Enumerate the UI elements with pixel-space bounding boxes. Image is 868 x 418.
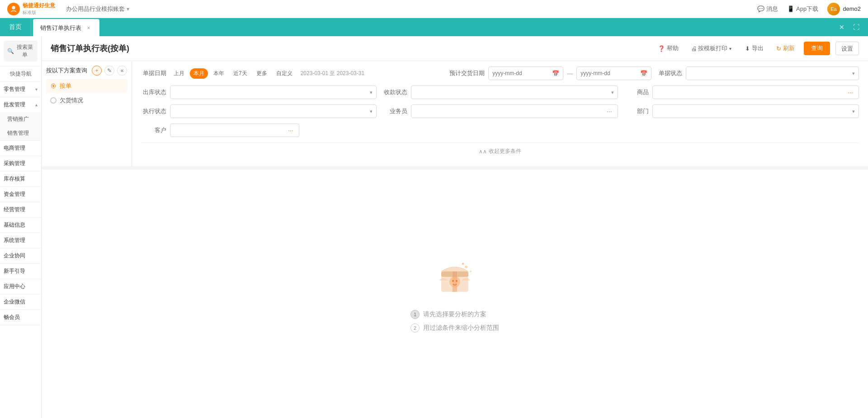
message-action[interactable]: 💬 消息 [757,5,778,13]
exec-status-select[interactable]: ▾ [170,104,377,118]
sidebar-item-marketing[interactable]: 营销推广 [0,112,41,126]
date-tab-current-year[interactable]: 本年 [210,68,228,79]
logo-line2: 标准版 [23,10,55,15]
search-button[interactable]: 查询 [804,42,830,55]
collab-label: 企业协同 [4,252,25,260]
salesperson-more-icon[interactable]: ··· [605,108,614,115]
sidebar: 🔍 搜索菜单 快捷导航 零售管理 ▾ 批发管理 ▴ 营销推广 [0,36,42,418]
guide-label: 新手引导 [4,267,25,275]
settings-button[interactable]: 设置 [835,42,859,55]
sidebar-item-guide[interactable]: 新手引导 [0,264,41,279]
print-button[interactable]: 🖨 按模板打印 ▾ [688,43,736,54]
outbound-status-field: 出库状态 ▾ [141,86,377,99]
product-more-icon[interactable]: ··· [846,89,855,96]
sidebar-item-app-center[interactable]: 应用中心 [0,279,41,294]
outbound-chevron-icon: ▾ [370,90,373,95]
exec-status-label: 执行状态 [141,107,166,115]
outbound-status-label: 出库状态 [141,88,166,96]
product-label: 商品 [623,88,649,96]
sidebar-item-system[interactable]: 系统管理 [0,233,41,248]
collapse-button[interactable]: ∧∧ 收起更多条件 [473,146,527,157]
sidebar-item-wechat[interactable]: 企业微信 [0,294,41,309]
doc-status-select[interactable]: ▾ [686,66,859,80]
filter-scheme-actions: + ✎ « [92,66,127,76]
tab-close-window-icon[interactable]: ✕ [835,21,848,33]
empty-step-1: 1 请先选择要分析的方案 [410,310,499,319]
date-tab-last-7-days[interactable]: 近7天 [230,68,251,79]
sidebar-item-ecommerce[interactable]: 电商管理 [0,141,41,156]
expected-date-label: 预计交货日期 [449,69,485,77]
svg-point-0 [12,6,15,10]
tab-active[interactable]: 销售订单执行表 × [33,19,99,37]
dept-select[interactable]: ▾ [652,104,859,118]
breadcrumb-chevron-icon: ▾ [127,6,129,12]
edit-scheme-button[interactable]: ✎ [104,66,114,76]
sidebar-item-member[interactable]: 畅会员 [0,310,41,325]
refresh-label: 刷新 [783,44,795,52]
tab-active-label: 销售订单执行表 [40,24,81,32]
filter-right-panel: 单据日期 上月 本月 本年 近7天 更多 自定义 2023-03-01 至 20… [132,61,868,166]
customer-more-icon[interactable]: ··· [286,127,295,134]
help-icon: ❓ [658,45,665,52]
date-tab-current-month[interactable]: 本月 [190,68,208,79]
outbound-status-select[interactable]: ▾ [170,86,377,99]
export-button[interactable]: ⬇ 导出 [741,43,767,54]
sidebar-section-guide: 新手引导 [0,264,41,279]
scheme-item-by-order[interactable]: 按单 [46,79,127,93]
date-separator-icon: — [565,70,575,77]
receipt-status-select[interactable]: ▾ [411,86,618,99]
sidebar-item-purchase[interactable]: 采购管理 [0,156,41,171]
sidebar-section-ecommerce: 电商管理 [0,141,41,156]
sidebar-quick-nav-label: 快捷导航 [10,71,32,77]
doc-status-label: 单据状态 [657,69,682,77]
date-tab-more[interactable]: 更多 [253,68,271,79]
calendar-end-icon[interactable]: 📅 [640,70,647,77]
app-download-action[interactable]: 📱 App下载 [787,5,818,13]
finance-label: 资金管理 [4,190,25,198]
user-area[interactable]: Ea demo2 [827,3,861,15]
scheme-item-shortage[interactable]: 欠货情况 [46,94,127,107]
export-icon: ⬇ [745,45,750,52]
date-tab-custom[interactable]: 自定义 [273,68,296,79]
doc-status-chevron-icon: ▾ [852,71,855,76]
sidebar-search-button[interactable]: 🔍 搜索菜单 [4,41,38,62]
sidebar-item-finance[interactable]: 资金管理 [0,187,41,202]
expected-date-start[interactable] [492,70,549,76]
collapse-scheme-button[interactable]: « [117,66,127,76]
sidebar-item-basic-info[interactable]: 基础信息 [0,218,41,233]
add-scheme-button[interactable]: + [92,66,102,76]
sidebar-item-inventory[interactable]: 库存核算 [0,171,41,186]
expected-date-end[interactable] [580,70,637,76]
svg-point-6 [462,263,464,265]
logo-line1: 畅捷通好生意 [23,2,55,10]
calendar-start-icon[interactable]: 📅 [552,70,559,77]
tab-maximize-icon[interactable]: ⛶ [850,21,863,33]
sidebar-section-finance: 资金管理 [0,187,41,202]
expected-date-start-input[interactable]: 📅 [488,66,563,80]
filter-row-4: 客户 ··· [141,124,859,137]
sidebar-item-quick-nav[interactable]: 快捷导航 [0,66,41,82]
sidebar-item-collab[interactable]: 企业协同 [0,248,41,263]
help-button[interactable]: ❓ 帮助 [654,43,682,54]
sidebar-item-wholesale[interactable]: 批发管理 ▴ [0,97,41,112]
breadcrumb[interactable]: 办公用品行业模拟账套 ▾ [66,5,129,13]
refresh-button[interactable]: ↻ 刷新 [773,43,798,54]
expected-date-end-input[interactable]: 📅 [576,66,651,80]
message-label: 消息 [766,5,778,13]
product-field: 商品 ··· [623,86,859,99]
inventory-label: 库存核算 [4,175,25,183]
print-dropdown-icon[interactable]: ▾ [728,46,732,51]
sidebar-section-basic-info: 基础信息 [0,218,41,233]
header-left: 畅捷通好生意 标准版 办公用品行业模拟账套 ▾ [7,2,129,15]
date-tab-last-month[interactable]: 上月 [170,68,188,79]
app-download-icon: 📱 [787,5,794,12]
collapse-icon: « [121,67,124,74]
sidebar-item-retail[interactable]: 零售管理 ▾ [0,82,41,97]
scheme-shortage-label: 欠货情况 [60,96,83,104]
tab-home[interactable]: 首页 [0,18,31,36]
svg-point-4 [465,266,467,268]
sidebar-item-sales-mgmt[interactable]: 销售管理 [0,126,41,140]
tab-close-icon[interactable]: × [85,24,92,32]
sidebar-item-operations[interactable]: 经营管理 [0,202,41,217]
content-divider [42,166,868,168]
